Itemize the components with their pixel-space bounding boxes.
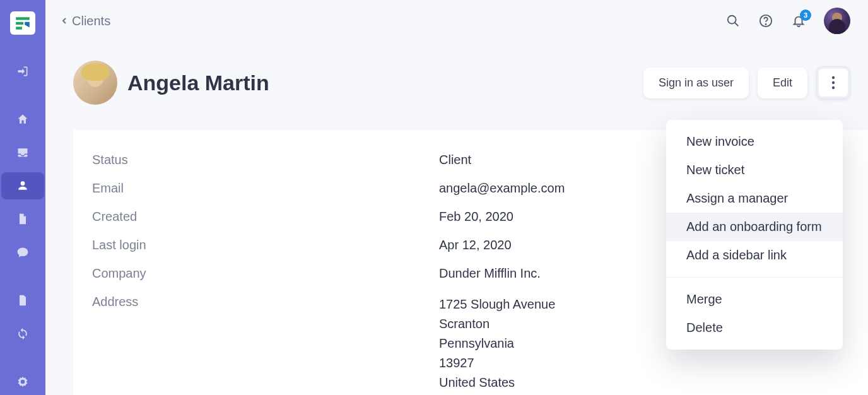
svg-point-6: [765, 24, 766, 25]
status-label: Status: [73, 153, 439, 167]
email-value: angela@example.com: [439, 181, 565, 196]
nav-enter-icon[interactable]: [1, 57, 44, 85]
email-label: Email: [73, 181, 439, 196]
topbar: Clients 3: [45, 0, 868, 42]
menu-delete[interactable]: Delete: [666, 314, 843, 342]
address-label: Address: [73, 295, 439, 392]
svg-rect-3: [16, 27, 22, 29]
svg-rect-1: [16, 21, 23, 24]
more-actions-button[interactable]: [816, 66, 850, 99]
client-avatar: [73, 61, 117, 105]
address-value: 1725 Slough Avenue Scranton Pennsylvania…: [439, 295, 555, 392]
signin-as-user-button[interactable]: Sign in as user: [643, 68, 749, 98]
nav-home-icon[interactable]: [1, 105, 44, 133]
menu-new-invoice[interactable]: New invoice: [666, 127, 843, 156]
address-line: Pennsylvania: [439, 334, 555, 353]
menu-add-onboarding-form[interactable]: Add an onboarding form: [666, 213, 843, 241]
svg-marker-2: [25, 21, 30, 27]
address-line: Scranton: [439, 314, 555, 334]
svg-point-4: [728, 16, 736, 24]
company-label: Company: [73, 266, 439, 281]
menu-new-ticket[interactable]: New ticket: [666, 156, 843, 184]
notification-badge: 3: [800, 9, 811, 21]
sidebar: [0, 0, 45, 395]
nav-settings-icon[interactable]: [1, 368, 44, 395]
nav-sync-icon[interactable]: [1, 320, 44, 347]
menu-merge[interactable]: Merge: [666, 285, 843, 314]
user-avatar[interactable]: [824, 8, 850, 34]
breadcrumb-back[interactable]: Clients: [61, 14, 110, 28]
page-header: Angela Martin Sign in as user Edit: [45, 42, 868, 130]
nav-file-icon[interactable]: [1, 286, 44, 314]
more-actions-menu: New invoice New ticket Assign a manager …: [666, 120, 843, 350]
address-line: 13927: [439, 353, 555, 373]
menu-add-sidebar-link[interactable]: Add a sidebar link: [666, 241, 843, 269]
address-line: United States: [439, 373, 555, 392]
menu-divider: [666, 277, 843, 278]
address-line: 1725 Slough Avenue: [439, 295, 555, 314]
company-value: Dunder Mifflin Inc.: [439, 266, 541, 281]
main-area: Clients 3 Angela Martin Sign in as user …: [45, 0, 868, 395]
search-icon[interactable]: [725, 13, 741, 28]
client-name: Angela Martin: [127, 71, 269, 95]
svg-point-8: [832, 81, 835, 84]
status-value: Client: [439, 153, 471, 167]
created-value: Feb 20, 2020: [439, 209, 513, 224]
nav-clients-icon[interactable]: [1, 172, 44, 199]
nav-document-icon[interactable]: [1, 206, 44, 233]
created-label: Created: [73, 209, 439, 224]
svg-rect-0: [16, 17, 30, 20]
edit-button[interactable]: Edit: [758, 68, 807, 98]
lastlogin-value: Apr 12, 2020: [439, 238, 512, 252]
lastlogin-label: Last login: [73, 238, 439, 252]
notifications-icon[interactable]: 3: [791, 13, 806, 28]
help-icon[interactable]: [758, 13, 773, 28]
nav-inbox-icon[interactable]: [1, 139, 44, 166]
svg-point-7: [832, 76, 835, 79]
svg-point-9: [832, 86, 835, 89]
breadcrumb-label: Clients: [72, 14, 110, 28]
nav-chat-icon[interactable]: [1, 239, 44, 266]
menu-assign-manager[interactable]: Assign a manager: [666, 184, 843, 213]
app-logo[interactable]: [10, 11, 35, 35]
